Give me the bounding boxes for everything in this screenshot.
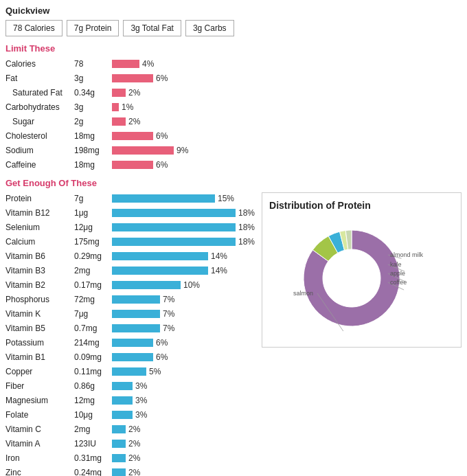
- enough-row: Copper 0.11mg 5%: [5, 365, 255, 378]
- bar-pct: 14%: [211, 251, 227, 261]
- nutrient-name: Magnesium: [5, 396, 74, 405]
- nutrient-name: Vitamin B5: [5, 324, 74, 333]
- nutrient-value: 18mg: [74, 160, 112, 170]
- blue-bar: [112, 267, 208, 275]
- chart-box: Distribution of Protein salmonalmond mil…: [262, 192, 462, 348]
- limit-these-title: Limit These: [5, 43, 462, 54]
- donut-chart: salmonalmond milkkaleapplecoffee: [286, 216, 424, 337]
- blue-bar: [112, 295, 160, 304]
- bar-container: 18%: [112, 223, 255, 232]
- left-panel: Protein 7g 15% Vitamin B12 1μg 18% Selen…: [5, 192, 255, 476]
- enough-row: Vitamin B12 1μg 18%: [5, 207, 255, 219]
- enough-row: Vitamin B6 0.29mg 14%: [5, 250, 255, 262]
- nutrient-value: 7g: [74, 194, 112, 203]
- nutrient-value: 12mg: [74, 396, 112, 405]
- bar-pct: 6%: [156, 131, 168, 141]
- blue-bar: [112, 382, 133, 390]
- nutrient-name: Potassium: [5, 338, 74, 348]
- nutrient-name: Calcium: [5, 237, 74, 247]
- bar-pct: 18%: [238, 208, 255, 218]
- limit-row: Carbohydrates 3g 1%: [5, 101, 462, 113]
- bar-container: 18%: [112, 237, 255, 247]
- limit-row: Sodium 198mg 9%: [5, 144, 462, 157]
- bar-pct: 2%: [128, 439, 140, 449]
- enough-row: Vitamin B1 0.09mg 6%: [5, 351, 255, 363]
- bar-container: 2%: [112, 468, 140, 476]
- donut-label-almond milk: almond milk: [390, 251, 424, 258]
- nutrient-value: 2g: [74, 117, 112, 126]
- blue-bar: [112, 238, 236, 246]
- nutrient-name: Saturated Fat: [5, 88, 74, 98]
- nutrient-value: 0.11mg: [74, 367, 112, 376]
- quickview-badges: 78 Calories7g Protein3g Total Fat3g Carb…: [5, 20, 462, 36]
- enough-row: Potassium 214mg 6%: [5, 337, 255, 349]
- bar-pct: 14%: [211, 266, 227, 275]
- limit-row: Fat 3g 6%: [5, 72, 462, 84]
- bar-pct: 6%: [156, 338, 168, 348]
- nutrient-name: Fiber: [5, 381, 74, 391]
- bar-container: 2%: [112, 88, 140, 98]
- nutrient-name: Vitamin K: [5, 309, 74, 319]
- nutrient-value: 0.7mg: [74, 324, 112, 333]
- bar-pct: 18%: [238, 237, 255, 247]
- nutrient-value: 214mg: [74, 338, 112, 348]
- bar-container: 7%: [112, 295, 174, 304]
- nutrient-name: Vitamin C: [5, 424, 74, 434]
- bar-pct: 7%: [163, 324, 174, 333]
- blue-bar: [112, 324, 160, 332]
- nutrient-name: Protein: [5, 194, 74, 203]
- blue-bar: [112, 353, 153, 361]
- blue-bar: [112, 252, 208, 260]
- nutrient-name: Iron: [5, 453, 74, 463]
- bar-pct: 6%: [156, 73, 168, 83]
- bar-container: 6%: [112, 160, 168, 170]
- limit-row: Sugar 2g 2%: [5, 115, 462, 128]
- enough-row: Vitamin B3 2mg 14%: [5, 264, 255, 277]
- bar-container: 9%: [112, 146, 188, 155]
- nutrient-value: 78: [74, 59, 112, 69]
- bar-pct: 9%: [176, 146, 188, 155]
- bar-container: 6%: [112, 352, 168, 362]
- bar-container: 18%: [112, 208, 255, 218]
- blue-bar: [112, 209, 236, 217]
- bar-container: 7%: [112, 324, 174, 333]
- nutrient-value: 0.29mg: [74, 251, 112, 261]
- nutrient-name: Selenium: [5, 223, 74, 232]
- donut-label-apple: apple: [390, 270, 405, 277]
- nutrient-value: 12μg: [74, 223, 112, 232]
- nutrient-value: 0.09mg: [74, 352, 112, 362]
- nutrient-value: 0.31mg: [74, 453, 112, 463]
- nutrient-name: Calories: [5, 59, 74, 69]
- limit-row: Caffeine 18mg 6%: [5, 159, 462, 171]
- nutrient-name: Zinc: [5, 468, 74, 476]
- nutrient-name: Sugar: [5, 117, 74, 126]
- bar-container: 15%: [112, 194, 234, 203]
- limit-row: Calories 78 4%: [5, 58, 462, 70]
- bar-container: 3%: [112, 410, 147, 420]
- blue-bar: [112, 223, 236, 231]
- nutrient-value: 175mg: [74, 237, 112, 247]
- bar-container: 2%: [112, 439, 140, 449]
- pink-bar: [112, 60, 139, 68]
- nutrient-value: 123IU: [74, 439, 112, 449]
- enough-row: Vitamin C 2mg 2%: [5, 423, 255, 435]
- blue-bar: [112, 396, 133, 405]
- quickview-badge: 7g Protein: [67, 20, 119, 36]
- nutrient-value: 10μg: [74, 410, 112, 420]
- nutrient-value: 0.34g: [74, 88, 112, 98]
- bar-pct: 3%: [135, 410, 147, 420]
- nutrient-name: Vitamin B12: [5, 208, 74, 218]
- quickview-badge: 3g Total Fat: [123, 20, 181, 36]
- enough-rows: Protein 7g 15% Vitamin B12 1μg 18% Selen…: [5, 192, 255, 476]
- bar-container: 2%: [112, 453, 140, 463]
- nutrient-name: Vitamin B6: [5, 251, 74, 261]
- nutrient-name: Vitamin B1: [5, 352, 74, 362]
- limit-rows: Calories 78 4% Fat 3g 6% Saturated Fat 0…: [5, 58, 462, 171]
- bar-container: 6%: [112, 338, 168, 348]
- enough-row: Folate 10μg 3%: [5, 409, 255, 421]
- pink-bar: [112, 103, 119, 111]
- bar-container: 2%: [112, 117, 140, 126]
- bar-container: 6%: [112, 131, 168, 141]
- blue-bar: [112, 281, 181, 289]
- nutrient-name: Sodium: [5, 146, 74, 155]
